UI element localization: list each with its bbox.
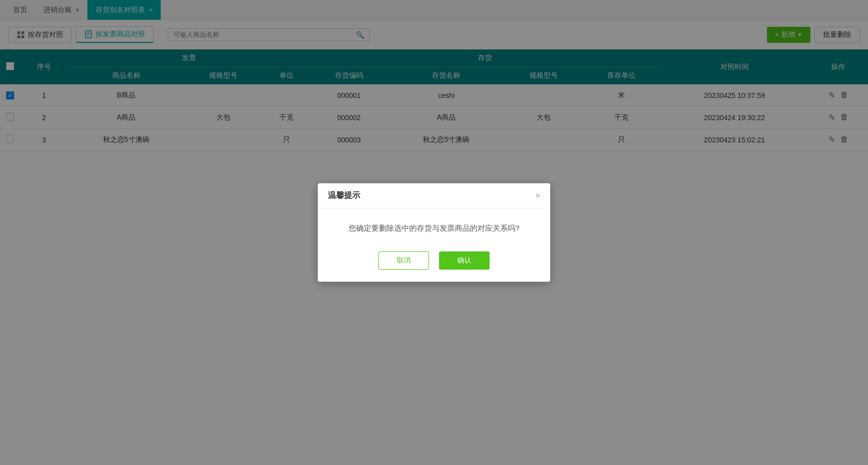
dialog-cancel-button[interactable]: 取消 bbox=[378, 251, 429, 270]
overlay: 温馨提示 × 您确定要删除选中的存货与发票商品的对应关系吗? 取消 确认 bbox=[0, 0, 868, 465]
dialog: 温馨提示 × 您确定要删除选中的存货与发票商品的对应关系吗? 取消 确认 bbox=[318, 183, 550, 282]
dialog-body: 您确定要删除选中的存货与发票商品的对应关系吗? bbox=[318, 209, 550, 243]
dialog-message: 您确定要删除选中的存货与发票商品的对应关系吗? bbox=[349, 224, 519, 232]
dialog-header: 温馨提示 × bbox=[318, 183, 550, 209]
dialog-title: 温馨提示 bbox=[328, 190, 360, 201]
dialog-close-button[interactable]: × bbox=[536, 191, 540, 200]
dialog-footer: 取消 确认 bbox=[318, 243, 550, 282]
dialog-confirm-button[interactable]: 确认 bbox=[439, 251, 490, 270]
